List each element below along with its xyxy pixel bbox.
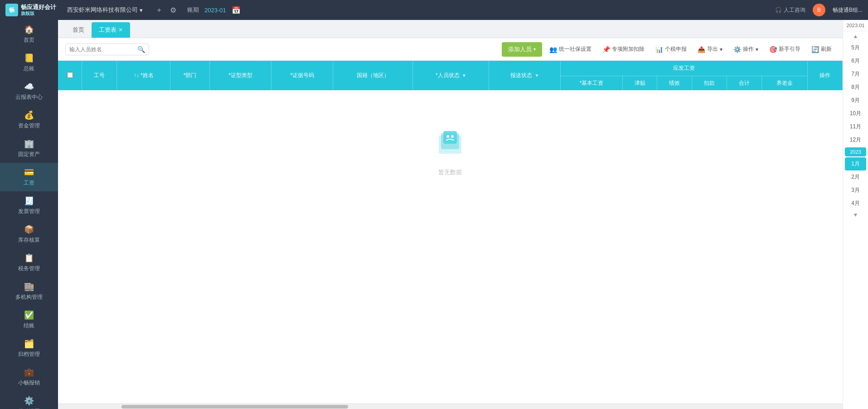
guide-button[interactable]: 🎯 新手引导 [766, 43, 804, 55]
report-status-filter-icon[interactable]: ▼ [535, 73, 539, 78]
sidebar-item-closing[interactable]: ✅ 结账 [0, 306, 58, 334]
search-input[interactable] [69, 46, 137, 53]
empty-state-row: 暂无数据 [58, 90, 843, 213]
sidebar-item-cloud-report[interactable]: ☁️ 云报表中心 [0, 77, 58, 106]
cloud-icon: ☁️ [24, 82, 34, 92]
th-deduction: 扣款 [692, 76, 727, 91]
sidebar-item-inventory[interactable]: 📦 库存核算 [0, 220, 58, 248]
company-selector[interactable]: 西安虾米网络科技有限公司 ▾ [63, 4, 146, 16]
add-person-button[interactable]: 添加人员 ▾ [502, 42, 542, 57]
month-nav-down[interactable]: ▼ [843, 210, 868, 220]
month-nav-up[interactable]: ▲ [843, 31, 868, 41]
svg-point-3 [446, 135, 449, 138]
export-chevron-icon: ▾ [720, 46, 723, 53]
sidebar: 🏠 首页 📒 总账 ☁️ 云报表中心 💰 资金管理 🏢 固定资产 💳 工资 🧾 … [0, 20, 58, 409]
sidebar-item-fixed-assets[interactable]: 🏢 固定资产 [0, 134, 58, 163]
th-total: 合计 [727, 76, 761, 91]
calendar-icon[interactable]: 📅 [232, 6, 241, 15]
svg-rect-2 [443, 131, 457, 144]
operations-chevron-icon: ▾ [756, 46, 758, 53]
sidebar-item-label: 归档管理 [18, 351, 40, 358]
month-11[interactable]: 11月 [843, 120, 868, 133]
month-3[interactable]: 3月 [843, 184, 868, 197]
month-7[interactable]: 7月 [843, 68, 868, 81]
month-1-active[interactable]: 1月 [845, 157, 866, 170]
operations-label: 操作 [743, 45, 754, 53]
th-pension: 养老金 [761, 76, 808, 91]
sidebar-item-label: 库存核算 [18, 236, 40, 244]
sidebar-item-ledger[interactable]: 📒 总账 [0, 49, 58, 77]
refresh-button[interactable]: 🔄 刷新 [808, 43, 835, 55]
sidebar-item-salary[interactable]: 💳 工资 [0, 163, 58, 191]
month-9[interactable]: 9月 [843, 94, 868, 107]
basic-settings-icon: ⚙️ [24, 396, 34, 406]
th-base-salary: *基本工资 [561, 76, 622, 91]
logo-text: 畅应通好会计 旗舰版 [21, 4, 56, 16]
inventory-icon: 📦 [24, 224, 34, 234]
tax-declaration-button[interactable]: 📊 个税申报 [652, 43, 690, 55]
sidebar-item-expense[interactable]: 💼 小畅报销 [0, 363, 58, 391]
empty-state-icon [432, 127, 468, 163]
user-avatar: B [813, 4, 825, 16]
sidebar-item-label: 税务管理 [18, 265, 40, 273]
th-report-status: 报送状态 ▼ [489, 61, 561, 90]
sidebar-item-archive[interactable]: 🗂️ 归档管理 [0, 334, 58, 363]
sidebar-item-invoice[interactable]: 🧾 发票管理 [0, 191, 58, 220]
empty-state: 暂无数据 [58, 90, 843, 213]
user-name: 畅捷通B组... [833, 6, 863, 14]
table-scroll-thumb[interactable] [121, 405, 348, 409]
logo-main-text: 畅应通好会计 [21, 4, 56, 11]
year-2023-label: 2023 [845, 147, 866, 156]
header-right: 🎧 人工咨询 B 畅捷通B组... [775, 4, 863, 16]
tab-close-icon[interactable]: ✕ [118, 27, 123, 33]
archive-icon: 🗂️ [24, 339, 34, 349]
table-scroll-bar[interactable] [58, 404, 843, 409]
social-security-button[interactable]: 👥 统一社保设置 [546, 43, 595, 55]
export-label: 导出 [707, 45, 718, 53]
right-panel: 2023.01 ▲ 5月 6月 7月 8月 9月 10月 11月 12月 202… [843, 20, 868, 409]
sidebar-item-label: 总账 [24, 65, 34, 73]
logo-icon: 畅 [5, 4, 18, 16]
service-button[interactable]: 🎧 人工咨询 [775, 6, 805, 14]
svg-point-4 [451, 135, 454, 138]
tab-salary-label: 工资表 [99, 26, 116, 34]
add-icon[interactable]: ＋ [154, 4, 165, 17]
sidebar-item-basic-settings[interactable]: ⚙️ 基础设置 [0, 391, 58, 409]
month-5[interactable]: 5月 [843, 41, 868, 54]
operations-button[interactable]: ⚙️ 操作 ▾ [730, 43, 762, 55]
table-wrapper: 工号 ↑↓ *姓名 *部门 *证型类型 *证据号码 国籍（地区） *人员状态 ▼… [58, 61, 843, 404]
select-all-checkbox[interactable] [67, 72, 73, 78]
special-deduction-button[interactable]: 📌 专项附加扣除 [599, 43, 648, 55]
sidebar-item-multi-org[interactable]: 🏬 多机构管理 [0, 277, 58, 306]
person-status-filter-icon[interactable]: ▼ [462, 73, 466, 78]
sidebar-item-label: 资金管理 [18, 122, 40, 130]
month-12[interactable]: 12月 [843, 133, 868, 146]
refresh-icon: 🔄 [811, 46, 819, 53]
month-6[interactable]: 6月 [843, 54, 868, 68]
sidebar-item-capital[interactable]: 💰 资金管理 [0, 106, 58, 134]
tab-salary-sheet[interactable]: 工资表 ✕ [92, 22, 130, 38]
sidebar-item-home[interactable]: 🏠 首页 [0, 20, 58, 49]
tab-bar: 首页 工资表 ✕ [58, 20, 843, 38]
sidebar-item-label: 工资 [24, 179, 34, 187]
th-employee-id: 工号 [82, 61, 117, 90]
th-checkbox[interactable] [58, 61, 82, 90]
th-nationality: 国籍（地区） [333, 61, 413, 90]
settings-icon[interactable]: ⚙ [168, 4, 178, 16]
month-8[interactable]: 8月 [843, 81, 868, 94]
special-deduction-label: 专项附加扣除 [612, 45, 645, 53]
period-value[interactable]: 2023-01 [204, 7, 226, 14]
sidebar-item-label: 结账 [24, 322, 34, 330]
sidebar-item-label: 发票管理 [18, 208, 40, 215]
expense-icon: 💼 [24, 367, 34, 377]
tax-icon: 📋 [24, 253, 34, 263]
month-4[interactable]: 4月 [843, 197, 868, 210]
top-header: 畅 畅应通好会计 旗舰版 西安虾米网络科技有限公司 ▾ ＋ ⚙ 账期 2023-… [0, 0, 868, 20]
export-button[interactable]: 📤 导出 ▾ [694, 43, 726, 55]
tab-home[interactable]: 首页 [65, 22, 92, 38]
sidebar-item-label: 云报表中心 [15, 93, 43, 101]
month-2[interactable]: 2月 [843, 170, 868, 184]
month-10[interactable]: 10月 [843, 107, 868, 120]
add-person-chevron-icon: ▾ [533, 47, 536, 52]
sidebar-item-tax[interactable]: 📋 税务管理 [0, 248, 58, 277]
